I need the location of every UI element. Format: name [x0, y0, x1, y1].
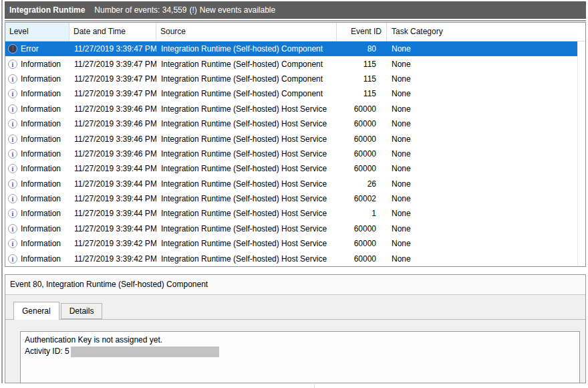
- information-icon: i: [8, 149, 17, 159]
- event-row[interactable]: i Information 11/27/2019 3:39:46 PM Inte…: [5, 102, 577, 116]
- event-row[interactable]: i Information 11/27/2019 3:39:47 PM Inte…: [5, 86, 577, 101]
- level-label: Error: [21, 44, 39, 54]
- event-row[interactable]: i Information 11/27/2019 3:39:46 PM Inte…: [5, 147, 577, 161]
- information-icon: i: [8, 239, 17, 248]
- source: Integration Runtime (Self-hosted) Host S…: [156, 254, 337, 264]
- tab-details[interactable]: Details: [61, 303, 103, 319]
- event-id: 60000: [337, 119, 387, 128]
- task-category: None: [387, 60, 577, 69]
- column-header-level[interactable]: Level: [5, 23, 69, 41]
- level-label: Information: [21, 179, 61, 189]
- event-id: 26: [337, 179, 387, 189]
- source: Integration Runtime (Self-hosted) Compon…: [156, 44, 337, 54]
- information-icon: i: [8, 134, 17, 144]
- event-row[interactable]: i Information 11/27/2019 3:39:42 PM Inte…: [5, 236, 577, 251]
- event-id: 60000: [337, 104, 387, 114]
- date-and-time: 11/27/2019 3:39:47 PM: [69, 89, 156, 98]
- task-category: None: [387, 209, 577, 218]
- event-id: 60002: [337, 194, 387, 203]
- level-label: Information: [21, 104, 61, 114]
- date-and-time: 11/27/2019 3:39:46 PM: [69, 134, 156, 144]
- task-category: None: [387, 164, 577, 173]
- message-line-1: Authentication Key is not assigned yet.: [25, 334, 575, 346]
- source: Integration Runtime (Self-hosted) Host S…: [156, 179, 337, 189]
- level-label: Information: [21, 74, 61, 84]
- level-label: Information: [21, 149, 61, 159]
- event-row[interactable]: i Information 11/27/2019 3:39:46 PM Inte…: [5, 131, 577, 146]
- log-header-bar: Integration Runtime Number of events: 34…: [5, 1, 586, 19]
- new-events-link[interactable]: New events available: [200, 5, 275, 15]
- redaction-box: [71, 347, 219, 357]
- information-icon: i: [8, 194, 17, 203]
- source: Integration Runtime (Self-hosted) Host S…: [156, 224, 337, 233]
- log-status: Number of events: 34,559 (!) New events …: [94, 5, 275, 15]
- information-icon: i: [8, 104, 17, 114]
- event-row[interactable]: i Information 11/27/2019 3:39:44 PM Inte…: [5, 177, 577, 191]
- information-icon: i: [8, 60, 17, 69]
- column-header-source[interactable]: Source: [156, 23, 337, 41]
- message-line-2: Activity ID: 5: [25, 346, 575, 357]
- information-icon: i: [8, 119, 17, 128]
- task-category: None: [387, 254, 577, 264]
- preview-pane: Event 80, Integration Runtime (Self-host…: [5, 274, 586, 383]
- source: Integration Runtime (Self-hosted) Host S…: [156, 239, 337, 248]
- event-row[interactable]: i Information 11/27/2019 3:39:47 PM Inte…: [5, 72, 577, 86]
- information-icon: i: [8, 224, 17, 233]
- event-id: 60000: [337, 254, 387, 264]
- event-id: 60000: [337, 134, 387, 144]
- column-header-event-id[interactable]: Event ID: [337, 23, 387, 41]
- source: Integration Runtime (Self-hosted) Host S…: [156, 134, 337, 144]
- column-header-date-and-time[interactable]: Date and Time: [69, 23, 156, 41]
- header-separator: [5, 20, 586, 21]
- date-and-time: 11/27/2019 3:39:42 PM: [69, 254, 156, 264]
- event-row[interactable]: i Information 11/27/2019 3:39:47 PM Inte…: [5, 56, 577, 71]
- event-row[interactable]: i Information 11/27/2019 3:39:44 PM Inte…: [5, 206, 577, 221]
- activity-id-label: Activity ID: 5: [25, 346, 69, 357]
- information-icon: i: [8, 164, 17, 173]
- level-label: Information: [21, 209, 61, 218]
- event-row[interactable]: ! Error 11/27/2019 3:39:47 PM Integratio…: [5, 41, 577, 56]
- level-label: Information: [21, 134, 61, 144]
- task-category: None: [387, 194, 577, 203]
- event-id: 60000: [337, 164, 387, 173]
- task-category: None: [387, 239, 577, 248]
- vertical-scrollbar-track[interactable]: [577, 41, 585, 266]
- level-label: Information: [21, 60, 61, 69]
- source: Integration Runtime (Self-hosted) Compon…: [156, 89, 337, 98]
- alert-icon: (!): [189, 5, 196, 15]
- level-label: Information: [21, 194, 61, 203]
- event-message-box[interactable]: Authentication Key is not assigned yet. …: [20, 331, 580, 383]
- level-label: Information: [21, 254, 61, 264]
- source: Integration Runtime (Self-hosted) Host S…: [156, 194, 337, 203]
- event-row[interactable]: i Information 11/27/2019 3:39:46 PM Inte…: [5, 116, 577, 131]
- task-category: None: [387, 89, 577, 98]
- column-header-row: Level Date and Time Source Event ID Task…: [5, 23, 585, 41]
- date-and-time: 11/27/2019 3:39:44 PM: [69, 179, 156, 189]
- date-and-time: 11/27/2019 3:39:42 PM: [69, 239, 156, 248]
- task-category: None: [387, 179, 577, 189]
- task-category: None: [387, 134, 577, 144]
- source: Integration Runtime (Self-hosted) Host S…: [156, 119, 337, 128]
- level-label: Information: [21, 224, 61, 233]
- event-id: 115: [337, 89, 387, 98]
- information-icon: i: [8, 254, 17, 264]
- date-and-time: 11/27/2019 3:39:44 PM: [69, 164, 156, 173]
- date-and-time: 11/27/2019 3:39:46 PM: [69, 119, 156, 128]
- event-row[interactable]: i Information 11/27/2019 3:39:44 PM Inte…: [5, 161, 577, 176]
- window-left-edge: [1, 0, 3, 383]
- level-label: Information: [21, 89, 61, 98]
- source: Integration Runtime (Self-hosted) Host S…: [156, 209, 337, 218]
- log-title: Integration Runtime: [5, 5, 85, 15]
- event-id: 115: [337, 74, 387, 84]
- event-id: 115: [337, 60, 387, 69]
- date-and-time: 11/27/2019 3:39:44 PM: [69, 194, 156, 203]
- event-row[interactable]: i Information 11/27/2019 3:39:44 PM Inte…: [5, 191, 577, 206]
- date-and-time: 11/27/2019 3:39:47 PM: [69, 74, 156, 84]
- tab-general[interactable]: General: [13, 302, 59, 320]
- event-row[interactable]: i Information 11/27/2019 3:39:42 PM Inte…: [5, 251, 577, 266]
- column-header-task-category[interactable]: Task Category: [387, 23, 585, 41]
- source: Integration Runtime (Self-hosted) Host S…: [156, 104, 337, 114]
- preview-tab-strip: General Details: [5, 295, 585, 320]
- event-row[interactable]: i Information 11/27/2019 3:39:44 PM Inte…: [5, 221, 577, 236]
- information-icon: i: [8, 74, 17, 84]
